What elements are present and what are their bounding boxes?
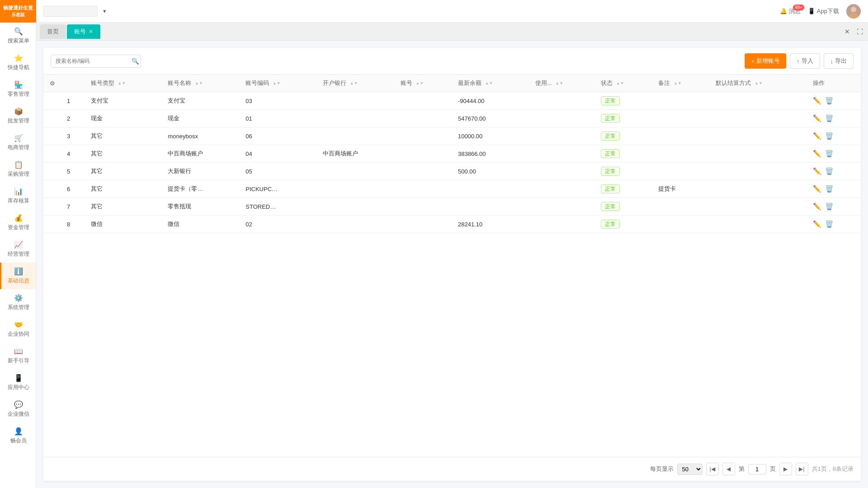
- cell-settings: [43, 163, 61, 180]
- last-page-btn[interactable]: ▶|: [796, 463, 808, 475]
- sidebar-item-ecommerce-mgmt[interactable]: 🛒 电商管理: [0, 129, 36, 156]
- topbar-app-download-btn[interactable]: 📱 App下载: [808, 7, 839, 15]
- col-settings[interactable]: ⚙: [43, 75, 61, 92]
- cell-type: 其它: [85, 127, 163, 145]
- topbar-dropdown[interactable]: ▾: [103, 8, 106, 14]
- edit-btn[interactable]: ✏️: [813, 150, 821, 158]
- edit-btn[interactable]: ✏️: [813, 167, 821, 175]
- delete-btn[interactable]: 🗑️: [825, 220, 834, 228]
- cell-code: 03: [240, 92, 317, 110]
- col-type[interactable]: 账号类型 ▲▼: [85, 75, 163, 92]
- first-page-btn[interactable]: |◀: [706, 463, 719, 475]
- sidebar-item-enterprise-wechat[interactable]: 💬 企业微信: [0, 396, 36, 422]
- sidebar-item-wholesale-mgmt[interactable]: 📦 批发管理: [0, 103, 36, 129]
- sidebar-item-retail-mgmt[interactable]: 🏪 零售管理: [0, 76, 36, 103]
- col-code[interactable]: 账号编码 ▲▼: [240, 75, 317, 92]
- sidebar-item-system-mgmt[interactable]: ⚙️ 系统管理: [0, 289, 36, 316]
- cell-default-settle: [710, 145, 807, 163]
- sort-arrows-status: ▲▼: [616, 81, 624, 85]
- tab-account-close-icon[interactable]: ✕: [89, 28, 93, 35]
- col-status[interactable]: 状态 ▲▼: [595, 75, 653, 92]
- tab-account[interactable]: 账号 ✕: [67, 24, 100, 39]
- cell-default-settle: [710, 216, 807, 233]
- cell-status: 正常: [595, 110, 653, 127]
- table-header-row: ⚙ 账号类型 ▲▼ 账号名称 ▲▼ 账号编码 ▲▼ 开户银行 ▲▼ 账号 ▲▼ …: [43, 75, 861, 92]
- logo-text: 畅捷通好生意: [3, 5, 33, 11]
- tab-home[interactable]: 首页: [40, 24, 66, 39]
- next-page-btn[interactable]: ▶: [779, 463, 792, 475]
- page-input[interactable]: [748, 464, 766, 474]
- operations-mgmt-icon: 📈: [14, 240, 23, 249]
- edit-btn[interactable]: ✏️: [813, 114, 821, 122]
- prev-page-btn[interactable]: ◀: [722, 463, 735, 475]
- delete-btn[interactable]: 🗑️: [825, 132, 834, 140]
- content-area: 🔍 + 新增账号 ↑ 导入 ↓ 导出: [36, 41, 868, 488]
- topbar-search-input[interactable]: [43, 6, 98, 17]
- cell-default-settle: [710, 163, 807, 180]
- cell-account: [395, 163, 453, 180]
- sidebar-item-beginner-guide[interactable]: 📖 新手引导: [0, 343, 36, 369]
- sidebar-item-purchase-mgmt[interactable]: 📋 采购管理: [0, 156, 36, 183]
- col-name[interactable]: 账号名称 ▲▼: [162, 75, 240, 92]
- edit-btn[interactable]: ✏️: [813, 132, 821, 140]
- sidebar-item-basic-info[interactable]: ℹ️ 基础信息: [0, 263, 36, 289]
- edit-btn[interactable]: ✏️: [813, 202, 821, 211]
- search-input[interactable]: [51, 55, 128, 67]
- sidebar-item-finance-mgmt[interactable]: 💰 资金管理: [0, 209, 36, 236]
- page-label: 第: [739, 465, 745, 473]
- sidebar-item-member[interactable]: 👤 畅会员: [0, 422, 36, 449]
- window-close-btn[interactable]: ✕: [843, 27, 852, 36]
- wholesale-mgmt-icon: 📦: [14, 107, 23, 116]
- edit-btn[interactable]: ✏️: [813, 185, 821, 193]
- delete-btn[interactable]: 🗑️: [825, 150, 834, 158]
- topbar-msg-btn[interactable]: 🔔 消息 99+: [780, 7, 801, 15]
- cell-settings: [43, 127, 61, 145]
- delete-btn[interactable]: 🗑️: [825, 97, 834, 105]
- export-button[interactable]: ↓ 导出: [824, 53, 854, 69]
- import-button[interactable]: ↑ 导入: [790, 53, 820, 69]
- cell-type: 其它: [85, 180, 163, 198]
- cell-bank: [317, 216, 395, 233]
- toolbar-right: + 新增账号 ↑ 导入 ↓ 导出: [745, 53, 854, 69]
- sidebar-item-inventory[interactable]: 📊 库存核算: [0, 183, 36, 209]
- edit-btn[interactable]: ✏️: [813, 220, 821, 228]
- delete-btn[interactable]: 🗑️: [825, 202, 834, 211]
- delete-btn[interactable]: 🗑️: [825, 185, 834, 193]
- total-info: 共1页，8条记录: [812, 465, 854, 473]
- sidebar-item-search-menu[interactable]: 🔍 搜索菜单: [0, 23, 36, 49]
- add-account-button[interactable]: + 新增账号: [745, 53, 786, 69]
- user-avatar[interactable]: [846, 4, 861, 19]
- col-account[interactable]: 账号 ▲▼: [395, 75, 453, 92]
- sidebar-item-quick-nav[interactable]: ⭐ 快捷导航: [0, 49, 36, 76]
- cell-settings: [43, 110, 61, 127]
- cell-remark: [653, 163, 710, 180]
- per-page-select[interactable]: 50 100 200: [677, 464, 703, 475]
- col-default-settle[interactable]: 默认结算方式 ▲▼: [710, 75, 807, 92]
- col-remark[interactable]: 备注 ▲▼: [653, 75, 710, 92]
- table-row: 6 其它 提货卡（零… PICKUPC… 正常 提货卡 ✏️ 🗑️: [43, 180, 861, 198]
- col-bank[interactable]: 开户银行 ▲▼: [317, 75, 395, 92]
- cell-bank: [317, 163, 395, 180]
- sidebar-item-label: 批发管理: [8, 117, 29, 125]
- cell-settings: [43, 180, 61, 198]
- cell-account: [395, 216, 453, 233]
- edit-btn[interactable]: ✏️: [813, 97, 821, 105]
- sidebar-item-operations-mgmt[interactable]: 📈 经营管理: [0, 236, 36, 263]
- cell-status: 正常: [595, 92, 653, 110]
- delete-btn[interactable]: 🗑️: [825, 167, 834, 175]
- sidebar-item-enterprise-agreement[interactable]: 🤝 企业协同: [0, 316, 36, 343]
- cell-balance: 547670.00: [453, 110, 530, 127]
- cell-balance: 500.00: [453, 163, 530, 180]
- col-usage[interactable]: 使用... ▲▼: [530, 75, 595, 92]
- cell-name: 支付宝: [162, 92, 240, 110]
- cell-usage: [530, 216, 595, 233]
- delete-btn[interactable]: 🗑️: [825, 114, 834, 122]
- sidebar-item-app-center[interactable]: 📱 应用中心: [0, 369, 36, 396]
- cell-action: ✏️ 🗑️: [807, 92, 861, 110]
- col-no: [61, 75, 85, 92]
- sidebar-item-label: 基础信息: [8, 277, 29, 285]
- col-balance[interactable]: 最新余额 ▲▼: [453, 75, 530, 92]
- cell-type: 微信: [85, 216, 163, 233]
- search-button[interactable]: 🔍: [128, 55, 141, 67]
- window-expand-btn[interactable]: ⛶: [855, 27, 864, 36]
